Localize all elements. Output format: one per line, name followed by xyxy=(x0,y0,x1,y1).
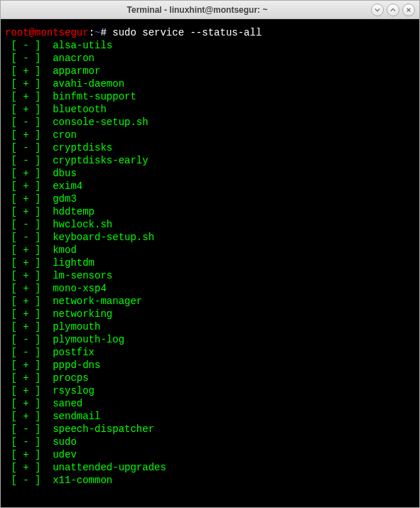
service-line: [ + ] bluetooth xyxy=(5,103,415,116)
service-line: [ + ] kmod xyxy=(5,244,415,256)
service-line: [ - ] anacron xyxy=(5,52,415,65)
close-icon xyxy=(406,7,411,13)
service-line: [ - ] keyboard-setup.sh xyxy=(5,231,415,244)
service-line: [ - ] postfix xyxy=(5,346,415,359)
service-line: [ + ] binfmt-support xyxy=(5,90,415,103)
service-line: [ + ] unattended-upgrades xyxy=(5,461,415,474)
minimize-button[interactable] xyxy=(371,4,384,16)
service-line: [ - ] plymouth-log xyxy=(5,333,415,346)
prompt-line: root@montsegur:~# sudo service --status-… xyxy=(5,26,415,39)
terminal-content[interactable]: root@montsegur:~# sudo service --status-… xyxy=(1,19,419,507)
service-line: [ + ] rsyslog xyxy=(5,384,415,397)
service-line: [ - ] x11-common xyxy=(5,474,415,487)
service-line: [ - ] speech-dispatcher xyxy=(5,423,415,436)
service-line: [ + ] apparmor xyxy=(5,65,415,77)
service-line: [ + ] udev xyxy=(5,448,415,461)
chevron-up-icon xyxy=(390,7,396,13)
service-line: [ + ] network-manager xyxy=(5,295,415,308)
window-title: Terminal - linuxhint@montsegur: ~ xyxy=(23,5,371,15)
service-line: [ + ] hddtemp xyxy=(5,205,415,218)
service-line: [ - ] console-setup.sh xyxy=(5,116,415,129)
service-line: [ - ] cryptdisks-early xyxy=(5,154,415,167)
service-line: [ - ] cryptdisks xyxy=(5,141,415,154)
chevron-down-icon xyxy=(375,7,380,13)
close-button[interactable] xyxy=(402,4,415,16)
service-line: [ + ] avahi-daemon xyxy=(5,77,415,90)
service-line: [ + ] dbus xyxy=(5,167,415,180)
service-list: [ - ] alsa-utils [ - ] anacron [ + ] app… xyxy=(5,39,415,487)
maximize-button[interactable] xyxy=(387,4,399,16)
window-controls xyxy=(371,4,415,16)
service-line: [ - ] alsa-utils xyxy=(5,39,415,52)
service-line: [ + ] exim4 xyxy=(5,180,415,193)
service-line: [ + ] saned xyxy=(5,397,415,410)
window-titlebar: Terminal - linuxhint@montsegur: ~ xyxy=(1,1,419,19)
service-line: [ - ] hwclock.sh xyxy=(5,218,415,231)
service-line: [ + ] plymouth xyxy=(5,320,415,333)
prompt-command: sudo service --status-all xyxy=(107,27,262,38)
service-line: [ + ] pppd-dns xyxy=(5,359,415,372)
service-line: [ + ] cron xyxy=(5,129,415,141)
prompt-hash: # xyxy=(100,27,106,38)
service-line: [ + ] lightdm xyxy=(5,256,415,269)
service-line: [ - ] sudo xyxy=(5,436,415,448)
service-line: [ + ] sendmail xyxy=(5,410,415,423)
service-line: [ + ] networking xyxy=(5,308,415,320)
service-line: [ + ] gdm3 xyxy=(5,193,415,205)
terminal-window: Terminal - linuxhint@montsegur: ~ root@m… xyxy=(0,0,420,508)
prompt-user-host: root@montsegur xyxy=(5,27,89,38)
prompt-colon: : xyxy=(89,27,95,38)
service-line: [ + ] mono-xsp4 xyxy=(5,282,415,295)
service-line: [ + ] procps xyxy=(5,372,415,384)
service-line: [ + ] lm-sensors xyxy=(5,269,415,282)
